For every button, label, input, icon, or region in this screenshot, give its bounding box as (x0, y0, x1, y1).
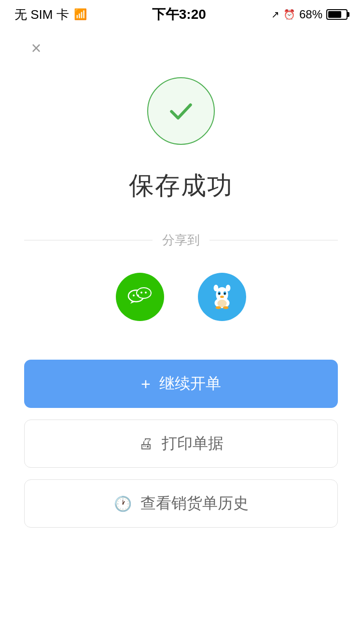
print-button[interactable]: 🖨 打印单据 (24, 420, 338, 468)
no-sim-text: 无 SIM 卡 (14, 6, 69, 23)
svg-point-1 (137, 288, 151, 298)
alarm-icon: ⏰ (283, 9, 295, 20)
qq-icon (208, 283, 236, 311)
clock-icon: 🕐 (114, 495, 132, 512)
battery-percent: 68% (299, 8, 322, 21)
battery-fill (328, 11, 341, 18)
success-title: 保存成功 (129, 169, 233, 203)
svg-point-15 (215, 306, 221, 309)
continue-label: 继续开单 (159, 373, 221, 394)
svg-point-14 (217, 300, 226, 307)
status-time: 下午3:20 (152, 5, 206, 24)
svg-point-16 (223, 306, 229, 309)
print-label: 打印单据 (162, 433, 223, 454)
continue-button[interactable]: + 继续开单 (24, 360, 338, 408)
svg-point-11 (224, 293, 226, 294)
plus-icon: + (141, 375, 151, 393)
share-icons-row (24, 273, 338, 321)
location-icon: ↗ (271, 9, 279, 20)
action-buttons: + 继续开单 🖨 打印单据 🕐 查看销货单历史 (0, 360, 362, 528)
status-bar: 无 SIM 卡 📶 下午3:20 ↗ ⏰ 68% (0, 0, 362, 29)
success-circle (147, 77, 215, 145)
status-left: 无 SIM 卡 📶 (14, 6, 87, 23)
wechat-share-button[interactable] (116, 273, 164, 321)
svg-point-5 (145, 292, 147, 294)
qq-share-button[interactable] (198, 273, 246, 321)
wifi-icon: 📶 (74, 8, 87, 21)
checkmark-icon (167, 97, 195, 126)
print-icon: 🖨 (139, 435, 153, 452)
svg-point-3 (137, 294, 139, 296)
share-section: 分享到 (0, 232, 362, 360)
divider-line-right (209, 240, 338, 240)
history-label: 查看销货单历史 (140, 493, 249, 514)
main-content: 保存成功 分享到 (0, 29, 362, 528)
status-right: ↗ ⏰ 68% (271, 8, 348, 21)
share-label: 分享到 (162, 232, 200, 249)
wechat-icon (125, 282, 154, 311)
share-divider: 分享到 (24, 232, 338, 249)
close-icon: × (31, 38, 41, 58)
svg-point-12 (220, 296, 224, 298)
svg-point-2 (133, 294, 135, 296)
svg-point-4 (140, 292, 142, 294)
svg-point-18 (226, 285, 231, 292)
history-button[interactable]: 🕐 查看销货单历史 (24, 479, 338, 528)
close-button[interactable]: × (24, 36, 48, 60)
divider-line-left (24, 240, 153, 240)
battery-bar (326, 9, 348, 20)
svg-point-17 (214, 285, 219, 292)
svg-point-10 (218, 293, 220, 294)
